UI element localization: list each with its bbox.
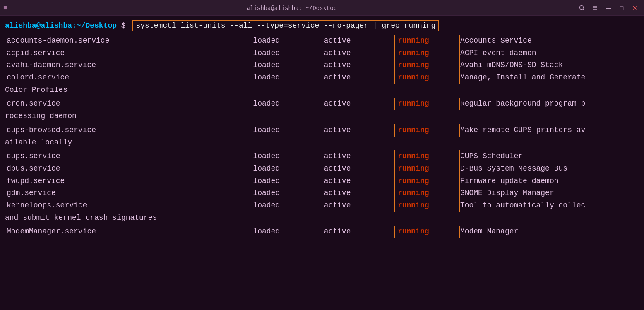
svg-line-1: [583, 9, 584, 10]
service-loaded: loaded: [253, 163, 324, 175]
service-loaded: loaded: [253, 72, 324, 84]
service-name-primary: gdm.service: [5, 189, 56, 197]
service-row-cont: Color Profiles: [5, 84, 639, 98]
search-button[interactable]: [576, 3, 588, 12]
service-loaded: loaded: [253, 199, 324, 212]
service-description: ACPI event daemon: [460, 47, 639, 60]
service-name-primary: acpid.service: [5, 49, 65, 57]
terminal-window: ■ alishba@alishba: ~/Desktop — □ ✕: [0, 0, 644, 310]
service-description: Avahi mDNS/DNS-SD Stack: [460, 59, 639, 72]
service-description: Regular background program p: [460, 98, 639, 110]
service-name-primary: cups-browsed.service: [5, 124, 253, 137]
menu-button[interactable]: [589, 3, 601, 12]
service-name: gdm.service: [5, 187, 253, 199]
service-active: active: [324, 163, 395, 175]
service-active: active: [324, 175, 395, 187]
service-active: active: [324, 72, 395, 84]
terminal-icon: ■: [3, 4, 7, 12]
service-row: cups.serviceloadedactiverunningCUPS Sche…: [5, 150, 639, 163]
service-name: dbus.service: [5, 163, 253, 175]
service-description: Make remote CUPS printers av: [460, 124, 639, 137]
maximize-button[interactable]: □: [616, 3, 627, 12]
service-loaded: loaded: [253, 187, 324, 199]
service-name: kerneloops.service: [5, 199, 253, 212]
service-active: active: [324, 199, 395, 212]
titlebar: ■ alishba@alishba: ~/Desktop — □ ✕: [0, 0, 644, 16]
service-running: running: [395, 47, 460, 60]
service-running: running: [395, 72, 460, 84]
service-name-primary: kerneloops.service: [5, 199, 253, 212]
minimize-button[interactable]: —: [603, 3, 614, 12]
service-active: active: [324, 124, 395, 137]
service-description: Modem Manager: [460, 226, 639, 238]
service-loaded: loaded: [253, 150, 324, 163]
service-name-primary: cups.service: [5, 152, 60, 160]
service-name-cont: ailable locally: [5, 137, 253, 151]
titlebar-title-center: alishba@alishba: ~/Desktop: [247, 4, 337, 12]
service-row: cron.serviceloadedactiverunningRegular b…: [5, 98, 639, 110]
service-table: accounts-daemon.serviceloadedactiverunni…: [5, 35, 639, 238]
service-name: avahi-daemon.service: [5, 59, 253, 72]
service-name: colord.service: [5, 72, 253, 84]
service-active: active: [324, 226, 395, 238]
service-running: running: [395, 98, 460, 110]
service-name-primary: dbus.service: [5, 164, 60, 173]
service-row: accounts-daemon.serviceloadedactiverunni…: [5, 35, 639, 47]
service-row: avahi-daemon.serviceloadedactiverunningA…: [5, 59, 639, 72]
service-name: accounts-daemon.service: [5, 35, 253, 47]
service-row: ModemManager.serviceloadedactiverunningM…: [5, 226, 639, 238]
service-loaded: loaded: [253, 175, 324, 187]
service-name-primary: cron.service: [5, 98, 253, 110]
service-description: GNOME Display Manager: [460, 187, 639, 199]
service-name: cron.service: [5, 98, 253, 110]
svg-point-0: [579, 5, 583, 9]
service-loaded: loaded: [253, 35, 324, 47]
service-active: active: [324, 59, 395, 72]
command-text: systemctl list-units --all --type=servic…: [132, 20, 439, 31]
service-row: fwupd.serviceloadedactiverunningFirmware…: [5, 175, 639, 187]
service-name-cont: rocessing daemon: [5, 110, 253, 124]
service-description: Tool to automatically collec: [460, 199, 639, 212]
service-running: running: [395, 163, 460, 175]
service-running: running: [395, 187, 460, 199]
service-active: active: [324, 187, 395, 199]
service-running: running: [395, 226, 460, 238]
service-running: running: [395, 35, 460, 47]
service-description: Firmware update daemon: [460, 175, 639, 187]
service-loaded: loaded: [253, 47, 324, 60]
service-loaded: loaded: [253, 124, 324, 137]
service-name: acpid.service: [5, 47, 253, 60]
service-running: running: [395, 150, 460, 163]
service-row: colord.serviceloadedactiverunningManage,…: [5, 72, 639, 84]
service-name-cont: Color Profiles: [5, 84, 253, 98]
service-row: gdm.serviceloadedactiverunningGNOME Disp…: [5, 187, 639, 199]
service-description: D-Bus System Message Bus: [460, 163, 639, 175]
service-loaded: loaded: [253, 226, 324, 238]
service-row-cont: ailable locally: [5, 137, 639, 151]
service-active: active: [324, 47, 395, 60]
service-row-cont: rocessing daemon: [5, 110, 639, 124]
service-name-primary: accounts-daemon.service: [5, 36, 109, 45]
service-name: ModemManager.service: [5, 226, 253, 238]
service-row: acpid.serviceloadedactiverunningACPI eve…: [5, 47, 639, 60]
service-loaded: loaded: [253, 98, 324, 110]
service-running: running: [395, 59, 460, 72]
service-name-primary: avahi-daemon.service: [5, 61, 96, 69]
service-name-primary: fwupd.service: [5, 177, 65, 185]
service-name-primary: ModemManager.service: [5, 227, 96, 236]
service-name: fwupd.service: [5, 175, 253, 187]
service-name: cups-browsed.service: [5, 124, 253, 137]
service-description: Accounts Service: [460, 35, 639, 47]
service-running: running: [395, 124, 460, 137]
titlebar-left: ■: [3, 4, 7, 12]
close-button[interactable]: ✕: [629, 3, 641, 12]
prompt-line: alishba@alishba:~/Desktop $ systemctl li…: [5, 20, 639, 31]
service-active: active: [324, 150, 395, 163]
service-running: running: [395, 199, 460, 212]
service-row: kerneloops.serviceloadedactiverunningToo…: [5, 199, 639, 212]
terminal-body[interactable]: alishba@alishba:~/Desktop $ systemctl li…: [0, 16, 644, 310]
service-active: active: [324, 98, 395, 110]
service-row: cups-browsed.serviceloadedactiverunningM…: [5, 124, 639, 137]
service-loaded: loaded: [253, 59, 324, 72]
service-name-primary: colord.service: [5, 72, 253, 84]
